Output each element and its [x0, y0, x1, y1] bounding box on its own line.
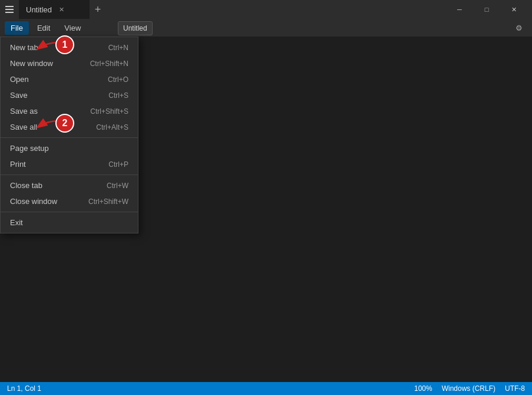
tab-strip: Untitled ✕ + [19, 0, 446, 19]
zoom-level: 100% [414, 384, 432, 393]
menu-new-window[interactable]: New window Ctrl+Shift+N [1, 55, 138, 71]
minimize-button[interactable]: ─ [446, 0, 473, 19]
annotation-1: 1 [55, 35, 74, 54]
svg-rect-0 [5, 6, 14, 7]
app-icon [5, 5, 14, 14]
menu-open[interactable]: Open Ctrl+O [1, 71, 138, 87]
menu-print[interactable]: Print Ctrl+P [1, 156, 138, 172]
menu-exit[interactable]: Exit [1, 215, 138, 231]
title-bar: Untitled ✕ + ─ □ ✕ [0, 0, 532, 19]
close-button[interactable]: ✕ [500, 0, 527, 19]
menu-close-tab[interactable]: Close tab Ctrl+W [1, 177, 138, 193]
file-menu-item[interactable]: File [5, 21, 29, 35]
view-menu-item[interactable]: View [58, 21, 87, 35]
separator-2 [1, 175, 138, 175]
new-tab-button[interactable]: + [90, 1, 106, 18]
settings-button[interactable]: ⚙ [511, 19, 527, 36]
menu-bar: File Edit View ⚙ [0, 19, 532, 37]
tab-title: Untitled [26, 5, 52, 14]
tab-tooltip: Untitled [118, 21, 153, 35]
edit-menu-item[interactable]: Edit [31, 21, 56, 35]
active-tab[interactable]: Untitled ✕ [19, 0, 90, 19]
annotation-2: 2 [55, 114, 74, 133]
menu-page-setup[interactable]: Page setup [1, 140, 138, 156]
encoding: UTF-8 [505, 384, 525, 393]
file-dropdown-menu: New tab Ctrl+N New window Ctrl+Shift+N O… [0, 37, 138, 233]
svg-rect-1 [5, 9, 14, 10]
menu-save[interactable]: Save Ctrl+S [1, 87, 138, 103]
separator-1 [1, 137, 138, 138]
status-right: 100% Windows (CRLF) UTF-8 [414, 384, 525, 393]
status-bar: Ln 1, Col 1 100% Windows (CRLF) UTF-8 [0, 382, 532, 395]
svg-rect-2 [5, 12, 14, 13]
window-controls: ─ □ ✕ [446, 0, 527, 19]
separator-3 [1, 212, 138, 212]
menu-close-window[interactable]: Close window Ctrl+Shift+W [1, 193, 138, 209]
tab-close-button[interactable]: ✕ [57, 5, 66, 14]
line-ending: Windows (CRLF) [442, 384, 495, 393]
settings-icon: ⚙ [516, 24, 523, 32]
menu-bar-right: ⚙ [511, 19, 527, 36]
cursor-position: Ln 1, Col 1 [7, 384, 41, 393]
maximize-button[interactable]: □ [473, 0, 500, 19]
